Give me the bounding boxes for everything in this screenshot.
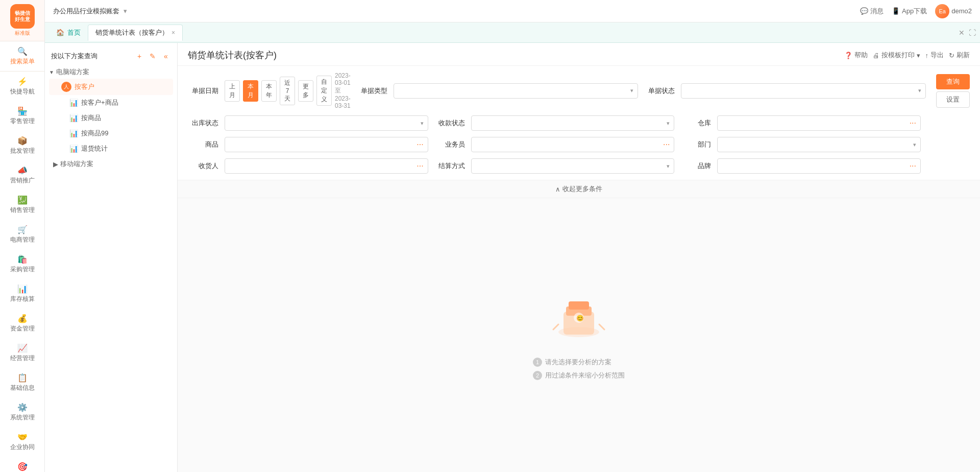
refresh-btn[interactable]: ↻ 刷新 (949, 51, 970, 60)
out-status-select[interactable]: ▾ (225, 115, 428, 131)
doc-status-select[interactable]: ▾ (681, 83, 926, 99)
department-select[interactable]: ▾ (717, 137, 921, 152)
product-dots-icon[interactable]: ··· (416, 140, 423, 149)
sidebar-item-inventory[interactable]: 📊 库存核算 (0, 279, 44, 309)
maximize-icon[interactable]: ⛶ (969, 29, 976, 37)
tabs-right: ✕ ⛶ (959, 29, 976, 37)
brand-dots-icon[interactable]: ··· (910, 161, 916, 171)
export-icon: ↑ (925, 52, 929, 59)
sidebar-item-operations[interactable]: 📈 经营管理 (0, 338, 44, 368)
svg-line-7 (599, 324, 604, 329)
sidebar-item-basic[interactable]: 📋 基础信息 (0, 368, 44, 397)
dropdown-arrow-icon[interactable]: ▾ (124, 7, 127, 15)
inventory-icon: 📊 (17, 284, 28, 294)
tree-item-product99[interactable]: 📊 按商品99 (49, 126, 173, 141)
template-print-btn[interactable]: 🖨 按模板打印 ▾ (873, 51, 920, 60)
empty-hint-1: 1 请先选择要分析的方案 (533, 358, 625, 367)
guide-icon: 🎯 (17, 462, 28, 471)
tab-active[interactable]: 销货单统计表（按客户） × (88, 25, 183, 41)
settings-btn[interactable]: 设置 (936, 91, 970, 108)
wholesale-icon: 📦 (17, 136, 28, 146)
finance-icon: 💰 (17, 314, 28, 323)
sidebar-item-cooperation[interactable]: 🤝 企业协同 (0, 427, 44, 457)
sidebar-item-system[interactable]: ⚙️ 系统管理 (0, 397, 44, 427)
export-btn[interactable]: ↑ 导出 (925, 51, 944, 60)
tree-parent-pc[interactable]: ▼ 电脑端方案 (49, 65, 173, 79)
warehouse-dots-icon[interactable]: ··· (910, 119, 916, 128)
product-input[interactable]: ··· (225, 137, 428, 152)
tree-parent-mobile[interactable]: ▶ 移动端方案 (49, 156, 173, 172)
left-panel-header: 按以下方案查询 + ✎ « (45, 47, 177, 65)
filter-row-3: 商品 ··· 业务员 ··· 部门 ▾ (188, 137, 970, 152)
app-download-btn[interactable]: 📱 App下载 (892, 7, 927, 16)
company-name: 办公用品行业模拟账套 (53, 7, 119, 16)
edit-scheme-btn[interactable]: ✎ (148, 51, 158, 61)
payment-status-label: 收款状态 (434, 119, 465, 128)
topbar-right: 💬 消息 📱 App下载 Ea demo2 (860, 4, 972, 18)
logo-icon: 畅捷信好生意 (10, 4, 35, 29)
warehouse-label: 仓库 (680, 119, 711, 128)
sidebar-item-search[interactable]: 🔍 搜索菜单 (0, 41, 44, 72)
avatar: Ea (935, 4, 949, 18)
salesperson-input[interactable]: ··· (471, 137, 675, 152)
empty-text: 1 请先选择要分析的方案 2 用过滤条件来缩小分析范围 (533, 358, 625, 384)
sidebar-item-marketing[interactable]: 📣 营销推广 (0, 160, 44, 190)
close-window-icon[interactable]: ✕ (959, 29, 965, 37)
help-btn[interactable]: ❓ 帮助 (844, 51, 868, 60)
page-title: 销货单统计表(按客户) (188, 49, 277, 61)
date-btn-custom[interactable]: 自定义 (316, 76, 332, 106)
sidebar-item-retail[interactable]: 🏪 零售管理 (0, 101, 44, 131)
sidebar-item-ecommerce[interactable]: 🛒 电商管理 (0, 220, 44, 249)
brand-label: 品牌 (680, 161, 711, 171)
shortcut-icon: ⚡ (17, 77, 28, 86)
home-icon: 🏠 (56, 29, 64, 36)
sidebar-item-shortcut[interactable]: ⚡ 快捷导航 (0, 72, 44, 101)
payment-status-select[interactable]: ▾ (471, 115, 675, 131)
receiver-input[interactable]: ··· (225, 158, 428, 174)
doc-status-label: 单据状态 (644, 86, 675, 96)
message-btn[interactable]: 💬 消息 (860, 7, 884, 16)
customer-icon: 人 (61, 82, 71, 92)
add-scheme-btn[interactable]: + (134, 51, 144, 61)
salesperson-dots-icon[interactable]: ··· (663, 140, 670, 149)
date-btn-this-year[interactable]: 本年 (261, 80, 277, 102)
warehouse-input[interactable]: ··· (717, 115, 921, 131)
date-btn-last-month[interactable]: 上月 (225, 80, 240, 102)
hint-number-2: 2 (533, 371, 542, 380)
date-btn-this-month[interactable]: 本月 (243, 80, 258, 102)
ecommerce-icon: 🛒 (17, 225, 28, 234)
tab-home[interactable]: 🏠 首页 (49, 25, 88, 40)
receiver-dots-icon[interactable]: ··· (416, 161, 423, 171)
settlement-select[interactable]: ▾ (471, 158, 675, 174)
collapse-panel-btn[interactable]: « (161, 51, 171, 61)
tab-close-icon[interactable]: × (172, 29, 175, 36)
user-area[interactable]: Ea demo2 (935, 4, 972, 18)
expand-arrow-icon: ▼ (49, 69, 54, 75)
filter-row-1: 单据日期 上月 本月 本年 近7天 更多 自定义 2023-03-01 至 20… (188, 72, 970, 109)
date-range-text: 2023-03-01 至 2023-03-31 (335, 72, 351, 109)
tree-item-return[interactable]: 📊 退货统计 (49, 141, 173, 156)
svg-text:😊: 😊 (576, 314, 584, 322)
sidebar-item-wholesale[interactable]: 📦 批发管理 (0, 131, 44, 160)
date-group: 上月 本月 本年 近7天 更多 自定义 2023-03-01 至 2023-03… (225, 72, 351, 109)
svg-line-6 (553, 324, 558, 329)
sidebar-item-sales[interactable]: 💹 销售管理 (0, 190, 44, 220)
query-btn[interactable]: 查询 (936, 74, 970, 89)
sidebar-item-guide[interactable]: 🎯 新手引导 (0, 457, 44, 472)
sales-icon: 💹 (17, 195, 28, 205)
mobile-arrow-icon: ▶ (53, 160, 58, 168)
main-content: 办公用品行业模拟账套 ▾ 💬 消息 📱 App下载 Ea demo2 🏠 首页 … (45, 0, 980, 472)
tree-item-customer-product[interactable]: 📊 按客户+商品 (49, 95, 173, 110)
tree-item-customer[interactable]: 人 按客户 (49, 79, 173, 95)
tree-item-product[interactable]: 📊 按商品 (49, 110, 173, 126)
doc-type-select[interactable]: ▾ (394, 83, 639, 99)
brand-input[interactable]: ··· (717, 158, 921, 174)
left-panel: 按以下方案查询 + ✎ « ▼ 电脑端方案 人 按客户 📊 (45, 43, 178, 472)
sidebar-item-finance[interactable]: 💰 资金管理 (0, 309, 44, 338)
sidebar-item-purchase[interactable]: 🛍️ 采购管理 (0, 249, 44, 279)
empty-illustration: 😊 (548, 286, 609, 347)
date-btn-more[interactable]: 更多 (298, 80, 313, 102)
date-btn-7days[interactable]: 近7天 (280, 77, 295, 105)
collapse-more-btn[interactable]: ∧ 收起更多条件 (555, 184, 602, 194)
filter-row-2: 出库状态 ▾ 收款状态 ▾ 仓库 ··· (188, 115, 970, 131)
